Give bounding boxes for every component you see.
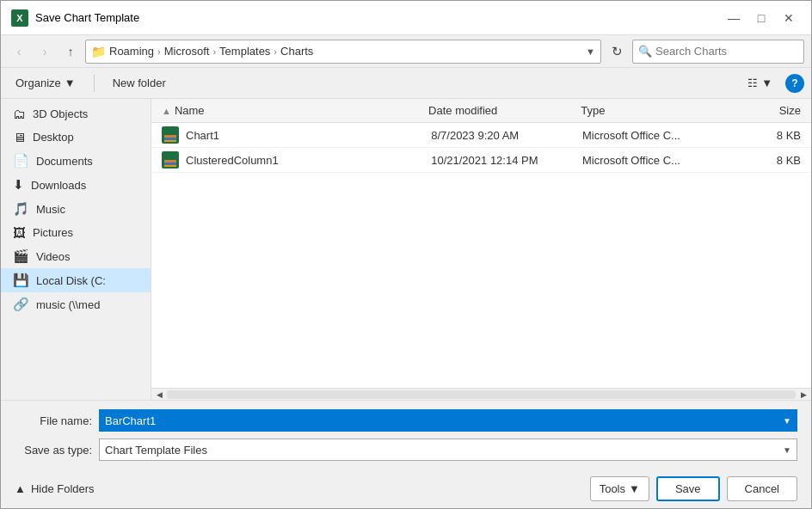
- sidebar-item-music-network[interactable]: 🔗 music (\\med: [1, 292, 151, 316]
- file-name-clustered: ClusteredColumn1: [186, 154, 431, 167]
- toolbar: Organize ▼ New folder ☷ ▼ ?: [1, 68, 811, 99]
- sidebar-label-pictures: Pictures: [33, 226, 73, 239]
- file-list: Chart1 8/7/2023 9:20 AM Microsoft Office…: [151, 123, 811, 388]
- sidebar: 🗂 3D Objects 🖥 Desktop 📄 Documents ⬇ Dow…: [1, 99, 151, 400]
- view-button[interactable]: ☷ ▼: [741, 73, 778, 93]
- pictures-icon: 🖼: [13, 225, 26, 240]
- breadcrumb-part-4: Charts: [280, 45, 313, 58]
- hide-folders-label: Hide Folders: [31, 482, 95, 495]
- window-controls: — □ ✕: [722, 9, 801, 28]
- sidebar-item-pictures[interactable]: 🖼 Pictures: [1, 221, 151, 244]
- sort-arrow-icon: ▲: [162, 106, 171, 116]
- file-size-chart1: 8 KB: [734, 129, 801, 142]
- new-folder-button[interactable]: New folder: [105, 73, 174, 93]
- breadcrumb-part-3: Templates: [219, 45, 270, 58]
- file-date-clustered: 10/21/2021 12:14 PM: [431, 154, 582, 167]
- breadcrumb[interactable]: 📁 Roaming › Microsoft › Templates › Char…: [85, 40, 601, 64]
- documents-icon: 📄: [13, 153, 29, 169]
- filetype-dropdown-icon: ▼: [783, 445, 791, 455]
- filetype-select[interactable]: Chart Template Files ▼: [99, 438, 797, 461]
- sidebar-item-downloads[interactable]: ⬇ Downloads: [1, 173, 151, 197]
- music-network-icon: 🔗: [13, 297, 29, 312]
- 3d-objects-icon: 🗂: [13, 107, 26, 121]
- search-input[interactable]: [655, 45, 798, 58]
- save-button[interactable]: Save: [656, 476, 720, 501]
- main-content: 🗂 3D Objects 🖥 Desktop 📄 Documents ⬇ Dow…: [1, 99, 811, 400]
- file-date-chart1: 8/7/2023 9:20 AM: [431, 129, 582, 142]
- toolbar-separator: [94, 75, 95, 92]
- downloads-icon: ⬇: [13, 177, 24, 193]
- action-bar: ▲ Hide Folders Tools ▼ Save Cancel: [1, 469, 811, 508]
- sidebar-item-videos[interactable]: 🎬 Videos: [1, 244, 151, 268]
- sidebar-item-local-disk[interactable]: 💾 Local Disk (C:: [1, 268, 151, 292]
- forward-button[interactable]: ›: [34, 40, 56, 63]
- horizontal-scrollbar: ◀ ▶: [151, 388, 811, 400]
- back-button[interactable]: ‹: [8, 40, 30, 63]
- file-area: ▲ Name Date modified Type Size Chart1 8/…: [151, 99, 811, 400]
- filetype-row: Save as type: Chart Template Files ▼: [15, 438, 797, 461]
- breadcrumb-part-2: Microsoft: [164, 45, 210, 58]
- filename-dropdown-icon: ▼: [783, 416, 791, 426]
- file-name-chart1: Chart1: [186, 129, 431, 142]
- sidebar-label-videos: Videos: [36, 250, 71, 263]
- save-chart-dialog: X Save Chart Template — □ ✕ ‹ › ↑ 📁 Roam…: [0, 0, 812, 509]
- sidebar-item-documents[interactable]: 📄 Documents: [1, 149, 151, 173]
- local-disk-icon: 💾: [13, 273, 29, 288]
- minimize-button[interactable]: —: [722, 9, 746, 28]
- help-button[interactable]: ?: [785, 74, 804, 93]
- sidebar-label-music: Music: [36, 203, 65, 216]
- form-area: File name: BarChart1 ▼ Save as type: Cha…: [1, 400, 811, 469]
- filename-label: File name:: [15, 414, 92, 427]
- hide-folders-chevron: ▲: [15, 482, 26, 495]
- breadcrumb-sep-2: ›: [212, 46, 216, 57]
- filetype-label: Save as type:: [15, 444, 92, 457]
- tools-button[interactable]: Tools ▼: [590, 476, 649, 501]
- title-bar: X Save Chart Template — □ ✕: [1, 1, 811, 35]
- sidebar-item-music[interactable]: 🎵 Music: [1, 197, 151, 221]
- table-row[interactable]: ClusteredColumn1 10/21/2021 12:14 PM Mic…: [151, 148, 811, 173]
- tools-chevron-icon: ▼: [629, 482, 640, 495]
- app-icon: X: [11, 9, 28, 27]
- sidebar-label-music-network: music (\\med: [36, 298, 100, 311]
- file-size-clustered: 8 KB: [734, 154, 801, 167]
- col-header-date[interactable]: Date modified: [428, 104, 581, 117]
- sidebar-item-desktop[interactable]: 🖥 Desktop: [1, 126, 151, 149]
- refresh-button[interactable]: ↻: [605, 40, 629, 64]
- sidebar-label-3d-objects: 3D Objects: [33, 107, 88, 120]
- hide-folders-button[interactable]: ▲ Hide Folders: [15, 482, 95, 495]
- file-list-header: ▲ Name Date modified Type Size: [151, 99, 811, 123]
- sidebar-label-desktop: Desktop: [33, 131, 74, 144]
- scroll-track[interactable]: [167, 390, 796, 399]
- breadcrumb-sep-3: ›: [274, 46, 277, 57]
- up-button[interactable]: ↑: [59, 40, 82, 63]
- maximize-button[interactable]: □: [749, 9, 773, 28]
- action-buttons-group: Tools ▼ Save Cancel: [590, 476, 797, 501]
- filename-value: BarChart1: [105, 414, 156, 427]
- col-header-name[interactable]: Name: [175, 104, 428, 117]
- filename-input-container[interactable]: BarChart1 ▼: [99, 409, 797, 432]
- filetype-value: Chart Template Files: [105, 444, 207, 457]
- music-icon: 🎵: [13, 201, 29, 217]
- scroll-left-button[interactable]: ◀: [153, 389, 165, 401]
- scroll-right-button[interactable]: ▶: [797, 389, 809, 401]
- dialog-title: Save Chart Template: [35, 11, 722, 24]
- breadcrumb-dropdown-icon[interactable]: ▼: [586, 46, 595, 57]
- search-box: 🔍: [632, 40, 804, 64]
- filename-row: File name: BarChart1 ▼: [15, 409, 797, 432]
- close-button[interactable]: ✕: [777, 9, 801, 28]
- organize-button[interactable]: Organize ▼: [8, 73, 83, 93]
- table-row[interactable]: Chart1 8/7/2023 9:20 AM Microsoft Office…: [151, 123, 811, 148]
- sidebar-label-local-disk: Local Disk (C:: [36, 274, 106, 287]
- breadcrumb-sep-1: ›: [157, 46, 161, 57]
- file-icon-chart1: [162, 126, 179, 144]
- col-header-type[interactable]: Type: [581, 104, 733, 117]
- cancel-button[interactable]: Cancel: [727, 476, 797, 501]
- sidebar-item-3d-objects[interactable]: 🗂 3D Objects: [1, 102, 151, 126]
- tools-label: Tools: [600, 482, 625, 495]
- nav-bar: ‹ › ↑ 📁 Roaming › Microsoft › Templates …: [1, 35, 811, 68]
- desktop-icon: 🖥: [13, 130, 26, 144]
- breadcrumb-folder-icon: 📁: [91, 45, 106, 58]
- col-header-size[interactable]: Size: [733, 104, 801, 117]
- search-icon: 🔍: [638, 45, 652, 58]
- breadcrumb-part-1: Roaming: [109, 45, 154, 58]
